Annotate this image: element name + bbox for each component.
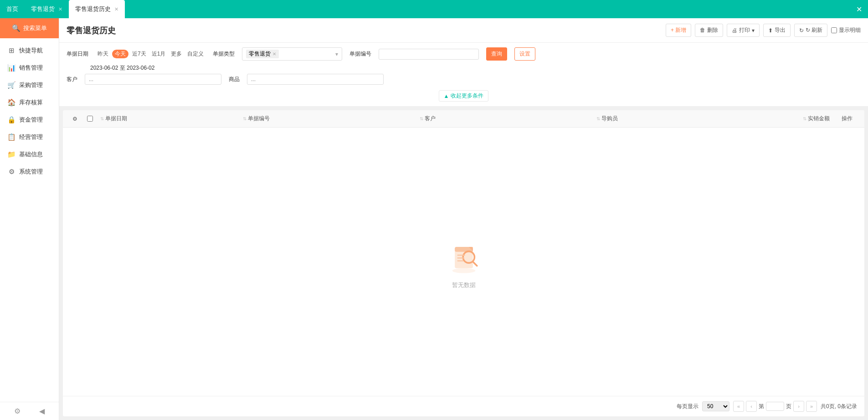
sidebar-bottom: ⚙ ◀ — [0, 402, 59, 420]
setting-button[interactable]: 设置 — [514, 47, 535, 61]
table-header: ⚙ ⇅ 单据日期 ⇅ 单据编号 ⇅ 客户 ⇅ — [63, 110, 864, 128]
filter-area: 单据日期 昨天 今天 近7天 近1月 更多 自定义 单据类型 零售退货 ✕ — [59, 43, 868, 107]
export-label: 导出 — [775, 26, 786, 34]
page-number-input[interactable]: 1 — [766, 402, 784, 411]
date-btn-1month[interactable]: 近1月 — [150, 50, 168, 58]
refresh-button[interactable]: ↻ ↻ 刷新 — [794, 24, 827, 37]
svg-line-4 — [473, 261, 477, 266]
date-shortcuts: 昨天 今天 近7天 近1月 更多 自定义 — [96, 50, 205, 58]
sort-customer-icon: ⇅ — [420, 116, 423, 121]
sidebar: 🔍 搜索菜单 ⊞ 快捷导航 📊 销售管理 🛒 采购管理 🏠 库存核算 🔒 — [0, 18, 59, 420]
tab-retail-return[interactable]: 零售退货 ✕ — [25, 0, 69, 18]
tab-retail-return-close[interactable]: ✕ — [58, 6, 62, 12]
print-icon: 🖨 — [732, 27, 737, 34]
voucher-number-input[interactable] — [379, 49, 479, 60]
page-first-button[interactable]: « — [733, 401, 744, 412]
query-button[interactable]: 查询 — [486, 47, 507, 61]
th-date-label: 单据日期 — [105, 115, 127, 123]
empty-text: 暂无数据 — [452, 281, 476, 289]
voucher-type-dropdown-icon: ▾ — [335, 51, 338, 57]
th-amount-label: 实销金额 — [808, 115, 830, 123]
refresh-icon: ↻ — [799, 27, 804, 34]
page-size-label: 每页显示 — [677, 403, 699, 410]
sidebar-item-purchase-mgmt[interactable]: 🛒 采购管理 — [0, 77, 59, 94]
settings-bottom-icon[interactable]: ⚙ — [14, 407, 21, 415]
window-close-button[interactable]: ✕ — [850, 0, 868, 18]
tab-retail-return-history-close[interactable]: ✕ — [114, 6, 118, 12]
collapse-button[interactable]: ▲ 收起更多条件 — [439, 90, 489, 102]
date-btn-today[interactable]: 今天 — [112, 50, 128, 58]
date-btn-custom[interactable]: 自定义 — [185, 50, 205, 58]
search-icon: 🔍 — [12, 24, 21, 32]
sidebar-item-quick-nav[interactable]: ⊞ 快捷导航 — [0, 42, 59, 59]
goods-input[interactable] — [247, 74, 384, 85]
filter-row-1: 单据日期 昨天 今天 近7天 近1月 更多 自定义 单据类型 零售退货 ✕ — [67, 47, 861, 61]
sidebar-item-inventory[interactable]: 🏠 库存核算 — [0, 94, 59, 111]
sidebar-item-system-mgmt[interactable]: ⚙ 系统管理 — [0, 163, 59, 180]
tab-home[interactable]: 首页 — [0, 0, 25, 18]
page-header: 零售退货历史 + 新增 🗑 删除 🖨 打印 ▾ ⬆ 导出 ↻ ↻ 刷新 — [59, 18, 868, 43]
page-unit: 页 — [786, 403, 791, 410]
sidebar-item-finance-mgmt-label: 资金管理 — [19, 116, 43, 124]
tab-retail-return-history[interactable]: 零售退货历史 ✕ — [69, 0, 125, 18]
page-label: 第 — [759, 403, 764, 410]
voucher-type-tag-close[interactable]: ✕ — [272, 51, 276, 56]
voucher-type-tag: 零售退货 ✕ — [246, 50, 279, 58]
th-number-label: 单据编号 — [248, 115, 270, 123]
page-next-button[interactable]: › — [793, 401, 804, 412]
basic-info-icon: 📁 — [7, 150, 15, 159]
show-detail-input[interactable] — [831, 27, 837, 33]
finance-icon: 🔒 — [7, 116, 15, 124]
sidebar-item-basic-info[interactable]: 📁 基础信息 — [0, 146, 59, 163]
tab-home-label: 首页 — [6, 5, 18, 13]
page-prev-button[interactable]: ‹ — [746, 401, 757, 412]
page-size-select[interactable]: 20 50 100 — [702, 401, 729, 411]
print-button[interactable]: 🖨 打印 ▾ — [727, 24, 760, 37]
select-all-checkbox[interactable] — [87, 116, 93, 122]
date-btn-7days[interactable]: 近7天 — [130, 50, 148, 58]
th-guide[interactable]: ⇅ 导购员 — [593, 110, 713, 127]
main-layout: 🔍 搜索菜单 ⊞ 快捷导航 📊 销售管理 🛒 采购管理 🏠 库存核算 🔒 — [0, 18, 868, 420]
th-amount[interactable]: ⇅ 实销金额 — [713, 110, 833, 127]
sidebar-item-operations-mgmt[interactable]: 📋 经营管理 — [0, 128, 59, 146]
voucher-type-tag-label: 零售退货 — [249, 50, 271, 58]
th-date[interactable]: ⇅ 单据日期 — [97, 110, 239, 127]
operations-icon: 📋 — [7, 133, 15, 141]
collapse-sidebar-icon[interactable]: ◀ — [39, 407, 45, 415]
delete-button[interactable]: 🗑 删除 — [695, 24, 723, 37]
date-btn-yesterday[interactable]: 昨天 — [96, 50, 110, 58]
th-customer[interactable]: ⇅ 客户 — [416, 110, 593, 127]
sidebar-item-quick-nav-label: 快捷导航 — [19, 46, 43, 55]
empty-state: 暂无数据 — [63, 128, 864, 396]
sidebar-item-inventory-label: 库存核算 — [19, 98, 43, 107]
export-icon: ⬆ — [768, 27, 773, 34]
sidebar-search[interactable]: 🔍 搜索菜单 — [0, 18, 59, 38]
th-customer-label: 客户 — [425, 115, 436, 123]
settings-icon: ⚙ — [72, 116, 77, 122]
page-nav: « ‹ 第 1 页 › » — [733, 401, 817, 412]
date-btn-more[interactable]: 更多 — [169, 50, 184, 58]
purchase-icon: 🛒 — [7, 81, 15, 89]
sidebar-item-sales-mgmt[interactable]: 📊 销售管理 — [0, 59, 59, 77]
header-actions: + 新增 🗑 删除 🖨 打印 ▾ ⬆ 导出 ↻ ↻ 刷新 显示明细 — [666, 24, 861, 42]
sort-guide-icon: ⇅ — [596, 116, 600, 121]
content-area: 零售退货历史 + 新增 🗑 删除 🖨 打印 ▾ ⬆ 导出 ↻ ↻ 刷新 — [59, 18, 868, 420]
customer-input[interactable] — [85, 74, 221, 85]
export-button[interactable]: ⬆ 导出 — [763, 24, 791, 37]
th-settings[interactable]: ⚙ — [67, 111, 83, 127]
tab-list: 首页 零售退货 ✕ 零售退货历史 ✕ — [0, 0, 850, 18]
customer-filter-label: 客户 — [67, 76, 77, 83]
sidebar-item-basic-info-label: 基础信息 — [19, 150, 43, 159]
sidebar-item-finance-mgmt[interactable]: 🔒 资金管理 — [0, 111, 59, 128]
voucher-type-select[interactable]: 零售退货 ✕ ▾ — [242, 47, 342, 61]
svg-point-0 — [452, 268, 475, 273]
home-icon: ⊞ — [7, 46, 15, 55]
system-icon: ⚙ — [7, 168, 15, 176]
sidebar-nav: ⊞ 快捷导航 📊 销售管理 🛒 采购管理 🏠 库存核算 🔒 资金管理 📋 — [0, 38, 59, 402]
page-last-button[interactable]: » — [806, 401, 817, 412]
sidebar-item-sales-mgmt-label: 销售管理 — [19, 64, 43, 72]
new-button[interactable]: + 新增 — [666, 24, 691, 37]
th-checkbox[interactable] — [83, 111, 97, 126]
th-number[interactable]: ⇅ 单据编号 — [239, 110, 416, 127]
show-detail-checkbox[interactable]: 显示明细 — [831, 26, 861, 34]
